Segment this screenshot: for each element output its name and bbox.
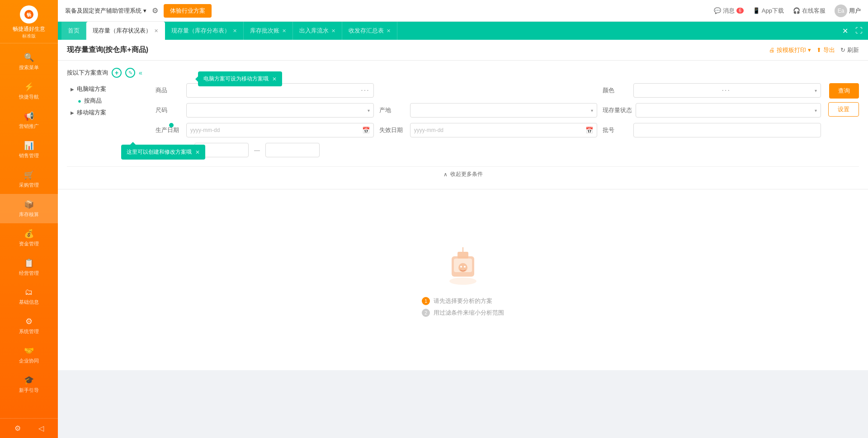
tab-inventory-status[interactable]: 现存量（库存状况表） ✕ (86, 22, 165, 40)
svg-point-6 (460, 266, 462, 268)
search-icon: 🔍 (24, 52, 34, 62)
filter-production-date: 生产日期 yyyy-mm-dd 📅 (156, 123, 374, 137)
top-header: 装备及固定资产辅助管理系统 ▾ ⚙ 体验行业方案 💬 App下载 消息 6 📱 … (58, 0, 868, 22)
chevron-down-icon: ▾ (143, 7, 146, 14)
tab-inout-flow[interactable]: 出入库流水 ✕ (293, 22, 342, 40)
tab-home[interactable]: 首页 (61, 22, 86, 40)
refresh-btn[interactable]: ↻ 刷新 (840, 46, 859, 54)
production-date-label: 生产日期 (156, 126, 183, 134)
add-scheme-btn[interactable]: + (112, 68, 122, 78)
finance-icon: 💰 (24, 229, 34, 239)
tab-close-inventory-status[interactable]: ✕ (154, 28, 158, 34)
step-num-1: 1 (422, 297, 430, 305)
tab-fullscreen-icon[interactable]: ⛶ (854, 25, 864, 37)
empty-state: 1 请先选择要分析的方案 2 用过滤条件来缩小分析范围 (58, 189, 868, 370)
stock-status-select[interactable]: ▾ (636, 103, 821, 118)
scheme-mobile-item[interactable]: ▶ 移动端方案 (67, 107, 148, 118)
sidebar-item-search[interactable]: 🔍 搜索菜单 (0, 47, 58, 76)
connector-dot (169, 123, 174, 127)
goods-label: 商品 (156, 86, 183, 94)
set-btn[interactable]: 设置 (828, 102, 859, 117)
svg-point-7 (464, 266, 466, 268)
tab-collect-summary[interactable]: 收发存汇总表 ✕ (342, 22, 397, 40)
edit-scheme-btn[interactable]: ✎ (125, 68, 135, 78)
filter-header: 按以下方案查询 + ✎ « (67, 68, 859, 78)
export-btn[interactable]: ⬆ 导出 (816, 46, 835, 54)
sidebar-item-marketing[interactable]: 📢 营销推广 (0, 106, 58, 135)
color-label: 颜色 (603, 86, 630, 94)
filter-color: 颜色 ··· ▾ (603, 83, 821, 98)
sidebar-item-finance[interactable]: 💰 资金管理 (0, 223, 58, 253)
tooltip-main: 电脑方案可设为移动方案哦 ✕ (198, 71, 282, 86)
query-btn[interactable]: 查询 (829, 83, 859, 99)
tab-close-inout-flow[interactable]: ✕ (331, 28, 335, 34)
user-name: 用户 (849, 7, 861, 15)
sidebar-item-system[interactable]: ⚙ 系统管理 (0, 311, 58, 340)
sidebar-item-inventory[interactable]: 📦 库存核算 (0, 194, 58, 223)
radio-icon: ● (78, 98, 81, 104)
settings-bottom-icon[interactable]: ⚙ (14, 424, 21, 433)
online-support-action[interactable]: 🎧 在线客服 (793, 7, 826, 15)
chevron-up-icon: ∧ (443, 171, 448, 178)
page-area: 现存量查询(按仓库+商品) 🖨 按模板打印 ▾ ⬆ 导出 ↻ 刷新 (58, 40, 868, 438)
origin-select[interactable]: ▾ (410, 103, 598, 118)
stock-status-label: 现存量状态 (603, 106, 632, 114)
sidebar-item-purchase[interactable]: 🛒 采购管理 (0, 165, 58, 194)
scheme-sub-goods[interactable]: ● 按商品 (67, 95, 148, 107)
tab-batch-ledger[interactable]: 库存批次账 ✕ (244, 22, 293, 40)
export-icon: ⬆ (816, 47, 821, 53)
industry-btn[interactable]: 体验行业方案 (164, 4, 212, 18)
query-buttons: 查询 设置 (828, 83, 859, 161)
tab-close-all-icon[interactable]: ✕ (840, 25, 850, 37)
step-num-2: 2 (422, 309, 430, 317)
template-print-btn[interactable]: 🖨 按模板打印 ▾ (769, 46, 811, 54)
user-profile[interactable]: Ea 用户 (835, 5, 861, 17)
tooltip-create-close[interactable]: ✕ (195, 149, 200, 155)
chevron-down-icon: ▾ (815, 108, 817, 113)
tooltip-main-close[interactable]: ✕ (272, 76, 277, 82)
empty-steps: 1 请先选择要分析的方案 2 用过滤条件来缩小分析范围 (422, 297, 504, 317)
chevron-down-icon: ▾ (808, 47, 811, 53)
message-icon: 💬 (714, 7, 721, 14)
sidebar-item-guide[interactable]: 🎓 新手引导 (0, 370, 58, 399)
sidebar-nav: 🔍 搜索菜单 ⚡ 快捷导航 📢 营销推广 📊 销售管理 🛒 采购管理 📦 库存核… (0, 43, 58, 418)
enterprise-icon: 🤝 (24, 346, 34, 356)
purchase-icon: 🛒 (24, 170, 34, 180)
production-date-input[interactable]: yyyy-mm-dd 📅 (186, 123, 374, 137)
operation-icon: 📋 (24, 258, 34, 268)
message-badge: 6 (736, 8, 744, 14)
tab-close-inventory-dist[interactable]: ✕ (233, 28, 237, 34)
empty-step-2: 2 用过滤条件来缩小分析范围 (422, 309, 504, 317)
tab-close-batch-ledger[interactable]: ✕ (282, 28, 286, 34)
print-icon: 🖨 (769, 47, 775, 53)
chevron-down-icon: ▾ (591, 108, 593, 113)
arrow-right-icon: ▶ (71, 87, 74, 92)
sidebar-item-base[interactable]: 🗂 基础信息 (0, 282, 58, 311)
sidebar-item-operation[interactable]: 📋 经营管理 (0, 253, 58, 282)
message-action[interactable]: 💬 App下载 消息 6 (714, 7, 744, 15)
arrow-left-icon[interactable]: « (139, 69, 142, 76)
collapse-sidebar-icon[interactable]: ◁ (38, 424, 44, 433)
batch-input[interactable] (633, 123, 821, 137)
stock-main-max-input[interactable] (265, 143, 320, 157)
app-download-action[interactable]: 📱 App下载 (753, 7, 784, 15)
tab-close-collect-summary[interactable]: ✕ (387, 28, 391, 34)
system-select[interactable]: 装备及固定资产辅助管理系统 ▾ (65, 7, 146, 15)
phone-icon: 📱 (753, 7, 760, 14)
sidebar-item-enterprise[interactable]: 🤝 企业协同 (0, 340, 58, 370)
page-header: 现存量查询(按仓库+商品) 🖨 按模板打印 ▾ ⬆ 导出 ↻ 刷新 (58, 40, 868, 61)
sidebar-item-sales[interactable]: 📊 销售管理 (0, 135, 58, 165)
scheme-desktop-item[interactable]: ▶ 电脑端方案 (67, 83, 148, 95)
lightning-icon: ⚡ (24, 82, 34, 92)
inventory-icon: 📦 (24, 199, 34, 209)
filter-row-3: 生产日期 yyyy-mm-dd 📅 失效日期 yyyy-mm-dd 📅 (156, 123, 821, 137)
size-select[interactable]: ▾ (186, 103, 374, 118)
settings-icon[interactable]: ⚙ (152, 6, 158, 15)
sales-icon: 📊 (24, 141, 34, 151)
sidebar-item-quick[interactable]: ⚡ 快捷导航 (0, 76, 58, 106)
header-left: 装备及固定资产辅助管理系统 ▾ ⚙ 体验行业方案 (65, 4, 212, 18)
expiry-date-input[interactable]: yyyy-mm-dd 📅 (410, 123, 598, 137)
color-select[interactable]: ··· ▾ (633, 83, 821, 98)
tab-inventory-dist[interactable]: 现存量（库存分布表） ✕ (165, 22, 244, 40)
collapse-btn[interactable]: ∧ 收起更多条件 (67, 166, 859, 182)
